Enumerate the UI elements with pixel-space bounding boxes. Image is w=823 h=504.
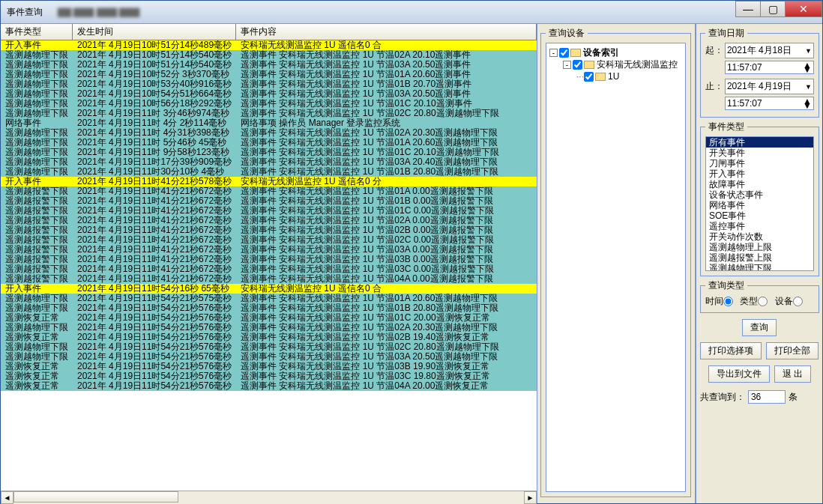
col-time[interactable]: 发生时间 (73, 24, 236, 40)
export-button[interactable]: 导出到文件 (708, 365, 770, 383)
col-event-type[interactable]: 事件类型 (1, 24, 73, 40)
tree-child2-label: 1U (608, 71, 619, 82)
qtype-legend: 查询类型 (705, 279, 747, 292)
qtype-type-radio[interactable] (758, 297, 768, 306)
table-row[interactable]: 开入事件2021年 4月19日11时41分21秒578毫秒安科瑞无线测温监控 1… (1, 177, 537, 186)
exit-button[interactable]: 退 出 (774, 365, 811, 383)
evtype-item[interactable]: 设备状态事件 (706, 189, 813, 200)
count-value (748, 390, 786, 404)
table-row[interactable]: 遥测越物理下限2021年 4月19日11时17分39秒909毫秒遥测事件 安科瑞… (1, 157, 537, 167)
table-row[interactable]: 遥测越报警下限2021年 4月19日11时41分21秒672毫秒遥测事件 安科瑞… (1, 255, 537, 264)
folder-icon (584, 61, 594, 69)
evtype-item[interactable]: 遥测越报警上限 (706, 252, 813, 263)
table-row[interactable]: 遥测越物理下限2021年 4月19日11时54分21秒576毫秒遥测事件 安科瑞… (1, 342, 537, 352)
qtype-time-radio[interactable] (723, 297, 733, 306)
table-row[interactable]: 遥测越报警下限2021年 4月19日11时41分21秒672毫秒遥测事件 安科瑞… (1, 245, 537, 255)
from-time-input[interactable]: 11:57:07▲▼ (725, 61, 814, 74)
table-row[interactable]: 遥测越物理下限2021年 4月19日11时54分21秒576毫秒遥测事件 安科瑞… (1, 303, 537, 313)
table-row[interactable]: 遥测越报警下限2021年 4月19日11时41分21秒672毫秒遥测事件 安科瑞… (1, 206, 537, 216)
table-row[interactable]: 开入事件2021年 4月19日10时51分14秒489毫秒安科瑞无线测温监控 1… (1, 40, 537, 50)
maximize-button[interactable]: ▢ (760, 1, 786, 17)
dropdown-icon[interactable]: ▼ (805, 83, 812, 91)
tree-child1-label: 安科瑞无线测温监控 (597, 59, 678, 70)
query-type-group: 查询类型 时间 类型 设备 (700, 279, 819, 313)
date-legend: 查询日期 (705, 27, 747, 40)
device-tree-group: 查询设备 -设备索引 -安科瑞无线测温监控 ···1U (540, 27, 691, 497)
titlebar: 事件查询 ▇▇ ▇▇▇ ▇▇▇ ▇▇▇ — ▢ ✕ (1, 1, 822, 23)
table-row[interactable]: 遥测越物理下限2021年 4月19日10时53分40秒916毫秒遥测事件 安科瑞… (1, 79, 537, 89)
table-row[interactable]: 遥测越报警下限2021年 4月19日11时41分21秒672毫秒遥测事件 安科瑞… (1, 235, 537, 245)
tree-root-checkbox[interactable] (559, 48, 569, 58)
table-row[interactable]: 遥测越报警下限2021年 4月19日11时41分21秒672毫秒遥测事件 安科瑞… (1, 225, 537, 235)
table-row[interactable]: 遥测恢复正常2021年 4月19日11时54分21秒576毫秒遥测事件 安科瑞无… (1, 333, 537, 342)
table-row[interactable]: 遥测恢复正常2021年 4月19日11时54分21秒576毫秒遥测事件 安科瑞无… (1, 381, 537, 391)
table-row[interactable]: 遥测越物理下限2021年 4月19日11时 5分46秒 45毫秒遥测事件 安科瑞… (1, 138, 537, 148)
count-label: 共查询到： (700, 391, 745, 404)
dropdown-icon[interactable]: ▼ (805, 47, 812, 55)
from-label: 起： (705, 44, 722, 57)
table-row[interactable]: 遥测越物理下限2021年 4月19日10时52分 3秒370毫秒遥测事件 安科瑞… (1, 70, 537, 79)
evtype-item[interactable]: 遥控事件 (706, 221, 813, 231)
to-date-input[interactable]: 2021年 4月19日▼ (725, 79, 814, 94)
folder-icon (595, 73, 606, 81)
evtype-item[interactable]: 网络事件 (706, 200, 813, 210)
horizontal-scrollbar[interactable]: ◄ ► (1, 491, 537, 503)
evtype-item[interactable]: SOE事件 (706, 210, 813, 221)
qtype-type-label: 类型 (740, 296, 758, 306)
print-all-button[interactable]: 打印全部 (766, 342, 819, 359)
table-row[interactable]: 遥测越物理下限2021年 4月19日11时 9分58秒123毫秒遥测事件 安科瑞… (1, 148, 537, 157)
table-row[interactable]: 遥测越物理下限2021年 4月19日11时54分21秒575毫秒遥测事件 安科瑞… (1, 294, 537, 303)
evtype-item[interactable]: 开关动作次数 (706, 231, 813, 242)
evtype-item[interactable]: 故障事件 (706, 179, 813, 189)
tree-child2-checkbox[interactable] (584, 72, 594, 82)
scroll-thumb[interactable] (13, 491, 178, 503)
folder-icon (570, 49, 581, 57)
qtype-time-label: 时间 (705, 296, 723, 306)
evtype-item[interactable]: 遥测越物理下限 (706, 263, 813, 271)
to-time-input[interactable]: 11:57:07▲▼ (725, 97, 814, 110)
table-row[interactable]: 遥测越物理下限2021年 4月19日11时 4分31秒398毫秒遥测事件 安科瑞… (1, 128, 537, 138)
table-row[interactable]: 遥测越报警下限2021年 4月19日11时41分21秒672毫秒遥测事件 安科瑞… (1, 264, 537, 274)
evtype-item[interactable]: 刀闸事件 (706, 158, 813, 168)
event-type-list[interactable]: 所有事件开关事件刀闸事件开入事件故障事件设备状态事件网络事件SOE事件遥控事件开… (705, 136, 814, 271)
table-row[interactable]: 遥测越报警下限2021年 4月19日11时41分21秒672毫秒遥测事件 安科瑞… (1, 186, 537, 196)
table-row[interactable]: 遥测恢复正常2021年 4月19日11时54分21秒576毫秒遥测事件 安科瑞无… (1, 371, 537, 381)
to-label: 止： (705, 80, 722, 93)
query-button[interactable]: 查询 (742, 319, 777, 336)
table-row[interactable]: 遥测越报警下限2021年 4月19日11时41分21秒672毫秒遥测事件 安科瑞… (1, 274, 537, 284)
qtype-device-radio[interactable] (793, 297, 803, 306)
table-row[interactable]: 遥测越物理下限2021年 4月19日11时54分21秒576毫秒遥测事件 安科瑞… (1, 352, 537, 362)
table-row[interactable]: 网络事件2021年 4月19日11时 4分 2秒114毫秒网络事项 操作员 Ma… (1, 118, 537, 128)
event-table-body[interactable]: 开入事件2021年 4月19日10时51分14秒489毫秒安科瑞无线测温监控 1… (1, 40, 537, 491)
table-row[interactable]: 遥测越物理下限2021年 4月19日11时 3分46秒974毫秒遥测事件 安科瑞… (1, 109, 537, 118)
table-row[interactable]: 遥测越物理下限2021年 4月19日11时54分21秒576毫秒遥测事件 安科瑞… (1, 323, 537, 333)
print-selected-button[interactable]: 打印选择项 (700, 342, 762, 359)
evtypes-legend: 事件类型 (705, 121, 747, 133)
minimize-button[interactable]: — (735, 1, 761, 17)
close-button[interactable]: ✕ (785, 1, 822, 17)
tree-child1-checkbox[interactable] (573, 60, 582, 70)
scroll-left-icon[interactable]: ◄ (1, 491, 13, 504)
scroll-right-icon[interactable]: ► (524, 491, 537, 504)
evtype-item[interactable]: 开关事件 (706, 148, 813, 158)
table-row[interactable]: 遥测越报警下限2021年 4月19日11时41分21秒672毫秒遥测事件 安科瑞… (1, 196, 537, 206)
evtype-item[interactable]: 开入事件 (706, 168, 813, 179)
table-row[interactable]: 遥测越物理下限2021年 4月19日10时51分14秒540毫秒遥测事件 安科瑞… (1, 50, 537, 60)
table-row[interactable]: 遥测越物理下限2021年 4月19日10时51分14秒540毫秒遥测事件 安科瑞… (1, 60, 537, 70)
col-content[interactable]: 事件内容 (236, 24, 537, 40)
table-row[interactable]: 遥测越报警下限2021年 4月19日11时41分21秒672毫秒遥测事件 安科瑞… (1, 216, 537, 225)
table-row[interactable]: 遥测越物理下限2021年 4月19日10时54分51秒664毫秒遥测事件 安科瑞… (1, 89, 537, 99)
table-row[interactable]: 遥测恢复正常2021年 4月19日11时54分21秒576毫秒遥测事件 安科瑞无… (1, 362, 537, 371)
evtype-item[interactable]: 所有事件 (706, 137, 813, 148)
table-row[interactable]: 遥测越物理下限2021年 4月19日10时56分18秒292毫秒遥测事件 安科瑞… (1, 99, 537, 109)
table-row[interactable]: 遥测越物理下限2021年 4月19日11时30分10秒 4毫秒遥测事件 安科瑞无… (1, 167, 537, 177)
evtype-item[interactable]: 遥测越物理上限 (706, 242, 813, 252)
device-tree-legend: 查询设备 (546, 27, 588, 40)
date-group: 查询日期 起： 2021年 4月18日▼ 11:57:07▲▼ 止： 2021年… (700, 27, 819, 118)
device-tree[interactable]: -设备索引 -安科瑞无线测温监控 ···1U (546, 43, 686, 492)
table-row[interactable]: 开入事件2021年 4月19日11时54分16秒 65毫秒安科瑞无线测温监控 1… (1, 284, 537, 294)
tree-root-label: 设备索引 (583, 47, 619, 58)
window-title: 事件查询 (7, 6, 43, 19)
table-row[interactable]: 遥测恢复正常2021年 4月19日11时54分21秒576毫秒遥测事件 安科瑞无… (1, 313, 537, 323)
from-date-input[interactable]: 2021年 4月18日▼ (725, 43, 814, 58)
